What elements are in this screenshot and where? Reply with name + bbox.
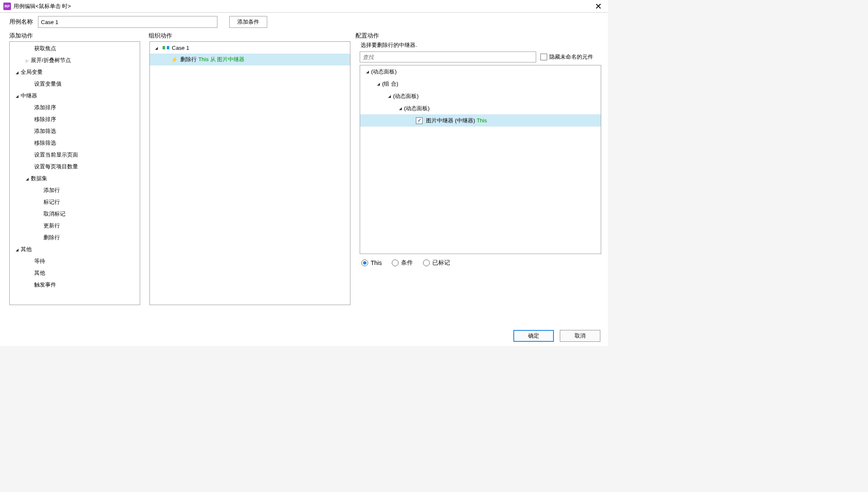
action-item[interactable]: 移除筛选 bbox=[10, 137, 140, 149]
bolt-icon: ⚡ bbox=[171, 57, 178, 63]
actions-panel: 获取焦点 展开/折叠树节点 全局变量 设置变量值 中继器 添加排序 移除排序 添… bbox=[9, 41, 140, 305]
search-input[interactable] bbox=[360, 51, 536, 62]
header-add-action: 添加动作 bbox=[9, 32, 149, 40]
radio-condition[interactable]: 条件 bbox=[392, 259, 413, 267]
top-row: 用例名称 添加条件 bbox=[0, 13, 608, 30]
tree-node-label: 图片中继器 (中继器) This bbox=[426, 117, 487, 124]
configure-panel: 选择要删除行的中继器. 隐藏未命名的元件 (动态面板) (组 合) (动态面板)… bbox=[360, 41, 601, 326]
cancel-button[interactable]: 取消 bbox=[560, 330, 600, 342]
row-filter-radios: This 条件 已标记 bbox=[360, 254, 601, 272]
dialog-footer: 确定 取消 bbox=[0, 326, 608, 346]
config-instruction: 选择要删除行的中继器. bbox=[360, 41, 601, 49]
action-item[interactable]: 取消标记 bbox=[10, 208, 140, 220]
action-item[interactable]: 设置当前显示页面 bbox=[10, 149, 140, 161]
action-group-dataset[interactable]: 数据集 bbox=[10, 173, 140, 184]
chevron-right-icon bbox=[25, 58, 29, 63]
action-item[interactable]: 触发事件 bbox=[10, 279, 140, 291]
tree-node[interactable]: (动态面板) bbox=[360, 65, 601, 78]
action-item[interactable]: 等待 bbox=[10, 255, 140, 267]
action-item[interactable]: 删除行 bbox=[10, 232, 140, 243]
chevron-down-icon bbox=[15, 94, 19, 98]
action-description: 删除行 This 从 图片中继器 bbox=[180, 56, 244, 63]
chevron-down-icon bbox=[387, 94, 391, 98]
hide-unnamed-label: 隐藏未命名的元件 bbox=[549, 53, 593, 61]
chevron-down-icon bbox=[376, 81, 380, 86]
tree-node[interactable]: (动态面板) bbox=[360, 102, 601, 114]
action-item-expandable[interactable]: 展开/折叠树节点 bbox=[10, 54, 140, 66]
actions-tree[interactable]: 获取焦点 展开/折叠树节点 全局变量 设置变量值 中继器 添加排序 移除排序 添… bbox=[10, 42, 140, 305]
case-icon bbox=[163, 45, 169, 50]
tree-node[interactable]: (动态面板) bbox=[360, 90, 601, 102]
radio-off-icon bbox=[423, 260, 430, 266]
radio-off-icon bbox=[392, 260, 399, 266]
chevron-down-icon bbox=[15, 70, 19, 75]
hide-unnamed-checkbox[interactable]: 隐藏未命名的元件 bbox=[540, 53, 593, 61]
add-condition-button[interactable]: 添加条件 bbox=[229, 16, 267, 28]
action-item[interactable]: 添加排序 bbox=[10, 102, 140, 114]
organize-panel: Case 1 ⚡ 删除行 This 从 图片中继器 bbox=[149, 41, 350, 305]
action-group-other[interactable]: 其他 bbox=[10, 243, 140, 255]
case-name-input[interactable] bbox=[38, 16, 217, 28]
action-item[interactable]: 添加筛选 bbox=[10, 125, 140, 137]
header-organize-action: 组织动作 bbox=[149, 32, 355, 40]
titlebar: RP 用例编辑<鼠标单击 时> ✕ bbox=[0, 0, 608, 13]
radio-marked[interactable]: 已标记 bbox=[423, 259, 450, 267]
chevron-down-icon bbox=[15, 247, 19, 252]
case-name-label: 用例名称 bbox=[9, 18, 33, 26]
section-headers: 添加动作 组织动作 配置动作 bbox=[0, 30, 608, 41]
action-row-selected[interactable]: ⚡ 删除行 This 从 图片中继器 bbox=[150, 54, 350, 65]
action-group-global[interactable]: 全局变量 bbox=[10, 66, 140, 78]
app-icon: RP bbox=[3, 3, 11, 10]
case-row[interactable]: Case 1 bbox=[150, 42, 350, 54]
chevron-down-icon bbox=[154, 46, 158, 50]
checkbox-icon bbox=[540, 54, 547, 60]
action-item[interactable]: 添加行 bbox=[10, 184, 140, 196]
widget-tree[interactable]: (动态面板) (组 合) (动态面板) (动态面板) ✓ 图片中继器 (中继器)… bbox=[360, 65, 601, 254]
action-item[interactable]: 设置每页项目数量 bbox=[10, 161, 140, 173]
radio-this[interactable]: This bbox=[361, 260, 382, 266]
action-item[interactable]: 设置变量值 bbox=[10, 78, 140, 90]
chevron-down-icon bbox=[398, 106, 402, 111]
radio-on-icon bbox=[361, 260, 368, 266]
header-configure-action: 配置动作 bbox=[355, 32, 601, 40]
action-item[interactable]: 标记行 bbox=[10, 196, 140, 208]
action-item[interactable]: 其他 bbox=[10, 267, 140, 279]
chevron-down-icon bbox=[25, 176, 29, 181]
window-title: 用例编辑<鼠标单击 时> bbox=[14, 3, 592, 10]
case-label: Case 1 bbox=[172, 45, 189, 51]
action-item[interactable]: 更新行 bbox=[10, 220, 140, 232]
ok-button[interactable]: 确定 bbox=[513, 330, 554, 342]
tree-node-selected[interactable]: ✓ 图片中继器 (中继器) This bbox=[360, 114, 601, 127]
close-icon[interactable]: ✕ bbox=[592, 1, 605, 11]
chevron-down-icon bbox=[365, 69, 369, 74]
tree-node[interactable]: (组 合) bbox=[360, 78, 601, 90]
action-item[interactable]: 移除排序 bbox=[10, 114, 140, 125]
checkbox-checked-icon[interactable]: ✓ bbox=[416, 117, 423, 124]
action-item[interactable]: 获取焦点 bbox=[10, 43, 140, 54]
action-group-repeater[interactable]: 中继器 bbox=[10, 90, 140, 102]
